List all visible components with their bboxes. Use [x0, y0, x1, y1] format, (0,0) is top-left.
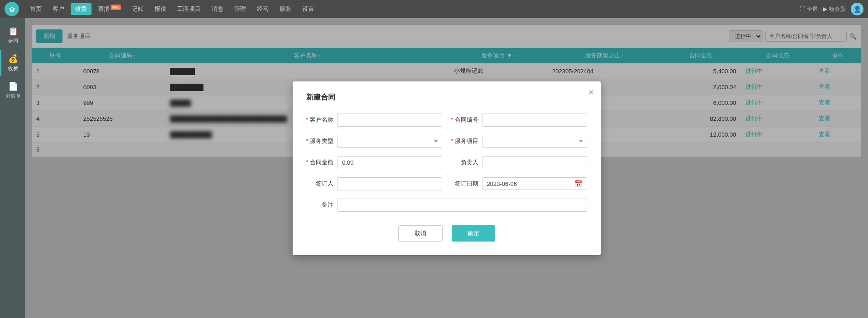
input-contract-no[interactable] — [482, 114, 587, 127]
input-client-name[interactable] — [337, 114, 442, 127]
nav-message[interactable]: 消息 — [207, 3, 228, 15]
label-client-name: 客户名称 — [306, 116, 334, 124]
user-avatar[interactable]: 👤 — [851, 3, 863, 15]
nav-biz-project[interactable]: 工商项目 — [173, 3, 205, 15]
label-person-in-charge: 负责人 — [451, 158, 478, 166]
modal-overlay: 新建合同 ✕ 客户名称 合同编号 服务类型 — [25, 18, 868, 318]
form-row-5: 备注 — [306, 199, 587, 212]
form-row-1: 客户名称 合同编号 — [306, 114, 587, 127]
select-service-type[interactable] — [337, 135, 442, 148]
label-contract-amount: 合同金额 — [306, 158, 334, 166]
fullscreen-icon: ⛶ — [800, 6, 805, 12]
new-contract-modal: 新建合同 ✕ 客户名称 合同编号 服务类型 — [293, 81, 601, 255]
label-contract-no: 合同编号 — [451, 116, 479, 124]
label-remark: 备注 — [306, 201, 333, 209]
nav-service[interactable]: 服务 — [275, 3, 296, 15]
label-signer: 签订人 — [306, 180, 333, 188]
form-group-remark: 备注 — [306, 199, 587, 212]
top-navigation: ✿ 首页 客户 收费 票据new 记账 报税 工商项目 消息 管理 经营 服务 … — [0, 0, 868, 18]
nav-admin[interactable]: 管理 — [230, 3, 251, 15]
new-badge: new — [111, 5, 121, 10]
form-row-4: 签订人 签订日期 2023-06-06 📅 — [306, 177, 587, 190]
sidebar-label-statement: 对账单 — [6, 93, 21, 100]
main-layout: 📋 合同 💰 收费 📄 对账单 新增 服务项目 进行中 已完成 已终止 — [0, 18, 868, 318]
nav-bookkeeping[interactable]: 记账 — [127, 3, 148, 15]
contract-icon: 📋 — [8, 26, 18, 36]
nav-client[interactable]: 客户 — [48, 3, 69, 15]
sidebar-item-fee[interactable]: 💰 收费 — [0, 50, 25, 76]
modal-close-button[interactable]: ✕ — [588, 88, 594, 97]
form-group-client: 客户名称 — [306, 114, 442, 127]
member-button[interactable]: ▶ 畅会员 — [823, 5, 845, 13]
confirm-button[interactable]: 确定 — [452, 225, 495, 242]
nav-right-area: ⛶ 全屏 ▶ 畅会员 👤 — [800, 3, 863, 15]
nav-operation[interactable]: 经营 — [252, 3, 273, 15]
form-row-2: 服务类型 服务项目 — [306, 135, 587, 148]
form-group-person-in-charge: 负责人 — [451, 156, 587, 169]
nav-invoice[interactable]: 票据new — [93, 3, 125, 15]
avatar-icon: 👤 — [854, 5, 861, 13]
modal-footer: 取消 确定 — [306, 225, 587, 242]
select-service-item[interactable] — [482, 135, 587, 148]
sidebar-item-statement[interactable]: 📄 对账单 — [0, 78, 25, 103]
form-row-3: 合同金额 负责人 — [306, 156, 587, 169]
label-service-type: 服务类型 — [306, 137, 334, 145]
app-logo: ✿ — [5, 2, 19, 16]
input-person-in-charge[interactable] — [482, 156, 587, 169]
sidebar: 📋 合同 💰 收费 📄 对账单 — [0, 18, 25, 318]
sidebar-label-contract: 合同 — [8, 38, 18, 44]
form-group-service-type: 服务类型 — [306, 135, 442, 148]
cancel-button[interactable]: 取消 — [398, 225, 443, 242]
input-contract-amount[interactable] — [337, 156, 442, 169]
fullscreen-button[interactable]: ⛶ 全屏 — [800, 5, 818, 13]
sidebar-item-contract[interactable]: 📋 合同 — [0, 23, 25, 48]
label-service-item: 服务项目 — [451, 137, 479, 145]
form-group-contract-no: 合同编号 — [451, 114, 587, 127]
date-picker-container: 2023-06-06 📅 — [482, 177, 587, 190]
nav-home[interactable]: 首页 — [25, 3, 46, 15]
calendar-icon[interactable]: 📅 — [574, 180, 582, 187]
play-icon: ▶ — [823, 6, 827, 12]
sidebar-label-fee: 收费 — [8, 65, 18, 72]
form-group-service-item: 服务项目 — [451, 135, 587, 148]
statement-icon: 📄 — [8, 81, 18, 91]
sign-date-value: 2023-06-06 — [487, 180, 517, 187]
input-remark[interactable] — [337, 199, 587, 212]
fee-icon: 💰 — [8, 54, 18, 64]
nav-tax[interactable]: 报税 — [150, 3, 171, 15]
logo-icon: ✿ — [9, 5, 15, 14]
input-signer[interactable] — [337, 177, 442, 190]
label-sign-date: 签订日期 — [451, 180, 478, 188]
modal-title: 新建合同 — [306, 93, 587, 102]
form-group-signer: 签订人 — [306, 177, 442, 190]
form-group-amount: 合同金额 — [306, 156, 442, 169]
form-group-sign-date: 签订日期 2023-06-06 📅 — [451, 177, 587, 190]
nav-settings[interactable]: 设置 — [298, 3, 318, 15]
main-content: 新增 服务项目 进行中 已完成 已终止 🔍 序号 合同编 — [25, 18, 868, 318]
nav-fee[interactable]: 收费 — [71, 3, 92, 15]
